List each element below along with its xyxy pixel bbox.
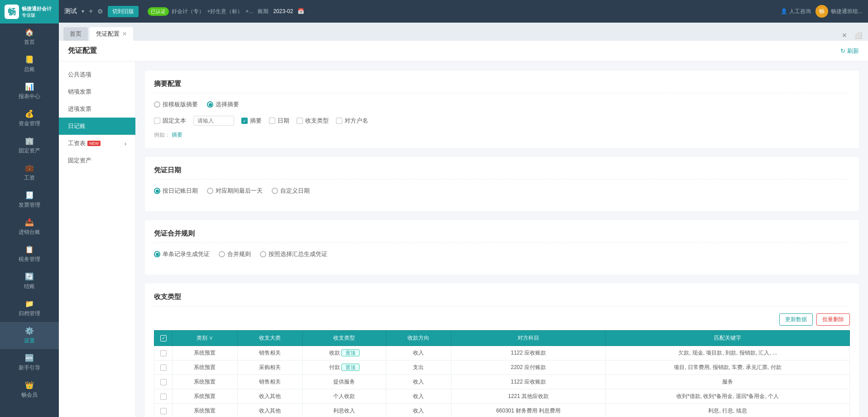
sidebar-item-reports[interactable]: 📊 报表中心 [0, 78, 59, 105]
radio-label: 单条记录生成凭证 [163, 250, 210, 258]
topbar-settings-btn[interactable]: ⚙ [97, 8, 103, 15]
radio-circle-checked [154, 188, 160, 194]
sidebar-item-member[interactable]: 👑 畅会员 [0, 376, 59, 403]
radio-label: 自定义日期 [280, 187, 310, 195]
radio-select-total[interactable]: 按照选择汇总生成凭证 [260, 250, 327, 258]
main-area: 测试 ▾ + ⚙ 切到旧版 已认证 好会计（专） +好生意（标） +... 账期… [59, 0, 868, 417]
radio-custom-date[interactable]: 自定义日期 [272, 187, 310, 195]
batch-delete-btn[interactable]: 批量删除 [816, 313, 850, 326]
sidebar-item-label: 新手引导 [19, 364, 40, 372]
consult-icon: 👤 [781, 8, 787, 14]
td-major: 销售相关 [237, 375, 302, 389]
radio-single[interactable]: 单条记录生成凭证 [154, 250, 210, 258]
sidebar-item-invoice-mgmt[interactable]: 🧾 发票管理 [0, 186, 59, 213]
tag-top[interactable]: 置顶 [341, 349, 360, 356]
td-category: 系统预置 [173, 404, 238, 417]
radio-circle-checked [154, 251, 160, 257]
refresh-btn[interactable]: ↻ 刷新 [840, 47, 859, 55]
topbar-add-btn[interactable]: + [89, 7, 93, 15]
radio-merge-rule[interactable]: 合并规则 [219, 250, 251, 258]
radio-select[interactable]: 选择摘要 [207, 100, 239, 109]
table-row: 系统预置 采购相关 付款 置顶 支出 2202 应付账款 项目, 日常费用, 报… [154, 360, 850, 375]
sidebar-item-funds[interactable]: 💰 资金管理 [0, 105, 59, 132]
td-type: 收款 置顶 [302, 346, 386, 360]
sidebar-item-salary[interactable]: 💼 工资 [0, 159, 59, 186]
username: 畅捷通班组... [831, 8, 863, 15]
left-menu-item-fixed-assets[interactable]: 固定资产 [59, 152, 135, 169]
sidebar-item-home[interactable]: 🏠 首页 [0, 24, 59, 51]
radio-template[interactable]: 按模板版摘要 [154, 100, 198, 109]
app-logo: 畅 畅捷通好会计 专业版 [0, 0, 59, 24]
checkbox-label: 摘要 [250, 117, 262, 125]
home-icon: 🏠 [25, 28, 34, 37]
tab-voucher-config[interactable]: 凭证配置 ✕ [90, 27, 133, 41]
select-all-checkbox[interactable]: ✓ [160, 335, 167, 341]
sidebar-item-assets[interactable]: 🏢 固定资产 [0, 132, 59, 159]
radio-circle [272, 188, 278, 194]
payment-types-table: ✓ 类别 ∨ 收支大类 收支类型 收款方向 对方科目 匹配关键字 [154, 330, 850, 417]
radio-label: 按模板版摘要 [163, 100, 198, 109]
left-menu-item-sales-invoice[interactable]: 销项发票 [59, 83, 135, 100]
switch-version-btn[interactable]: 切到旧版 [108, 6, 139, 17]
topbar-dropdown-arrow[interactable]: ▾ [82, 8, 84, 14]
td-keywords: 收到*借款, 收到*备用金, 退回*备用金, 个人 [606, 389, 850, 404]
tab-home-label: 首页 [70, 30, 82, 38]
checkbox-date[interactable]: 日期 [269, 117, 289, 125]
radio-journal-date[interactable]: 按日记账日期 [154, 187, 198, 195]
td-checkbox[interactable] [154, 360, 173, 375]
td-checkbox[interactable] [154, 404, 173, 417]
sidebar-item-settle[interactable]: 🔄 结账 [0, 268, 59, 295]
new-badge: NEW [87, 141, 101, 146]
content-area: 公共选项 销项发票 进项发票 日记账 工资表 NEW › 固定资产 [59, 62, 868, 417]
sidebar-item-guide[interactable]: 🆕 新手引导 [0, 349, 59, 376]
sidebar-item-label: 进销台账 [19, 228, 40, 236]
refresh-label: 刷新 [847, 47, 859, 55]
tag-top[interactable]: 置顶 [341, 364, 360, 371]
left-menu-item-public[interactable]: 公共选项 [59, 66, 135, 83]
checkbox-label: 日期 [278, 117, 289, 125]
tab-voucher-config-label: 凭证配置 [96, 30, 120, 38]
left-menu-item-purchase-invoice[interactable]: 进项发票 [59, 100, 135, 118]
radio-circle [260, 251, 266, 257]
checkbox-row: 固定文本 ✓ 摘要 日期 收支类型 [154, 116, 850, 126]
td-major: 采购相关 [237, 360, 302, 375]
update-data-btn[interactable]: 更新数据 [779, 313, 813, 326]
left-menu-item-journal[interactable]: 日记账 [59, 118, 135, 135]
td-subject: 1122 应收账款 [451, 375, 605, 389]
checkbox-summary[interactable]: ✓ 摘要 [241, 117, 262, 125]
table-row: 系统预置 销售相关 收款 置顶 收入 1122 应收账款 欠款, 现金, 项目款… [154, 346, 850, 360]
checkbox-counterparty[interactable]: 对方户名 [336, 117, 368, 125]
fixed-text-input[interactable] [193, 116, 234, 126]
td-major: 收入其他 [237, 404, 302, 417]
checkbox-fixed-text[interactable]: 固定文本 [154, 117, 186, 125]
radio-period-last[interactable]: 对应期间最后一天 [207, 187, 263, 195]
sidebar-item-settings[interactable]: ⚙️ 设置 [0, 322, 59, 349]
logo-icon: 畅 [5, 5, 19, 19]
col-checkbox: ✓ [154, 331, 173, 346]
voucher-merge-section: 凭证合并规则 单条记录生成凭证 合并规则 [145, 220, 859, 275]
col-major: 收支大类 [237, 331, 302, 346]
sidebar-item-purchase[interactable]: 📥 进销台账 [0, 213, 59, 241]
window-close-btn[interactable]: ✕ [839, 30, 850, 41]
td-type: 利息收入 [302, 404, 386, 417]
td-direction: 收入 [386, 389, 451, 404]
table-actions: 更新数据 批量删除 [154, 313, 850, 326]
user-area[interactable]: 畅 畅捷通班组... [815, 5, 863, 18]
td-checkbox[interactable] [154, 375, 173, 389]
checkbox-payment-type[interactable]: 收支类型 [297, 117, 329, 125]
window-maximize-btn[interactable]: ⬜ [853, 30, 863, 41]
td-checkbox[interactable] [154, 389, 173, 404]
sidebar-item-tax[interactable]: 📋 税务管理 [0, 241, 59, 268]
left-menu-item-salary-table[interactable]: 工资表 NEW › [59, 135, 135, 152]
td-checkbox[interactable] [154, 346, 173, 360]
tab-close-icon[interactable]: ✕ [122, 31, 127, 37]
consult-btn[interactable]: 👤 人工咨询 [781, 8, 811, 15]
calendar-icon[interactable]: 📅 [297, 8, 304, 14]
tab-home[interactable]: 首页 [63, 27, 88, 41]
sidebar-item-label: 归档管理 [19, 310, 40, 317]
guide-icon: 🆕 [25, 354, 34, 362]
assets-icon: 🏢 [25, 137, 34, 145]
sidebar-item-ledger[interactable]: 📒 总账 [0, 51, 59, 78]
sidebar-item-archive[interactable]: 📁 归档管理 [0, 295, 59, 322]
topbar-title: 测试 [64, 7, 77, 15]
